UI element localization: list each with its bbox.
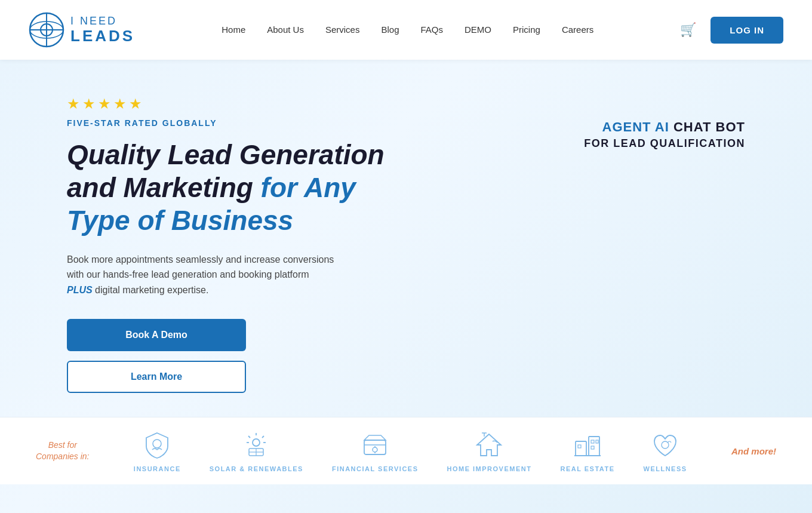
star-1: ★ [67,96,80,112]
nav-item-careers[interactable]: Careers [562,24,593,35]
hero-title: Quality Lead Generationand Marketing for… [67,139,385,238]
solar-label: SOLAR & RENEWABLES [210,465,303,472]
hero-description: Book more appointments seamlessly and in… [67,252,385,298]
best-for-line1: Best for [48,440,77,450]
svg-rect-21 [576,441,586,456]
industry-home: HOME IMPROVEMENT [447,429,532,472]
nav-item-services[interactable]: Services [325,24,360,35]
nav-item-pricing[interactable]: Pricing [513,24,540,35]
nav-links: Home About Us Services Blog FAQs DEMO Pr… [222,24,593,35]
realestate-label: REAL ESTATE [560,465,614,472]
insurance-label: INSURANCE [134,465,181,472]
industry-financial: FINANCIAL SERVICES [332,429,419,472]
svg-line-10 [248,436,250,438]
hero-left: ★ ★ ★ ★ ★ FIVE-STAR RATED GLOBALLY Quali… [67,96,385,393]
financial-label: FINANCIAL SERVICES [332,465,419,472]
agent-ai-label: AGENT AI [602,119,669,134]
svg-point-5 [153,440,161,448]
lead-qualification-label: FOR LEAD QUALIFICATION [584,137,745,150]
learn-more-button[interactable]: Learn More [67,361,246,393]
hero-section: ★ ★ ★ ★ ★ FIVE-STAR RATED GLOBALLY Quali… [0,60,812,417]
best-for-line2: Companies in: [36,451,90,461]
home-icon [473,429,505,460]
financial-icon [359,429,390,460]
svg-point-16 [373,447,377,452]
svg-rect-27 [596,440,598,443]
navbar: I NEED LEADS Home About Us Services Blog… [0,0,812,60]
industry-items: INSURANCE SOLAR & RENEWABLES [134,429,687,472]
nav-item-home[interactable]: Home [222,24,245,35]
star-4: ★ [113,96,127,112]
nav-right: 🛒 LOG IN [680,17,783,44]
hero-desc-2: digital marketing expertise. [93,285,209,295]
best-for-label: Best for Companies in: [36,440,90,463]
bottom-strip: Best for Companies in: INSURANCE [0,417,812,484]
industry-realestate: REAL ESTATE [560,429,614,472]
svg-point-6 [253,439,260,446]
book-demo-button[interactable]: Book A Demo [67,319,246,351]
star-3: ★ [98,96,111,112]
agent-ai-title: AGENT AI CHAT BOT [584,119,745,135]
hero-right: AGENT AI CHAT BOT FOR LEAD QUALIFICATION [584,96,745,150]
svg-rect-25 [591,440,594,443]
insurance-icon [142,429,173,460]
hero-buttons: Book A Demo Learn More [67,319,246,393]
svg-rect-26 [591,446,594,449]
logo[interactable]: I NEED LEADS [29,12,135,48]
star-5: ★ [129,96,142,112]
industry-solar: SOLAR & RENEWABLES [210,429,303,472]
nav-item-blog[interactable]: Blog [381,24,399,35]
nav-item-demo[interactable]: DEMO [465,24,491,35]
wellness-label: WELLNESS [644,465,687,472]
nav-item-faqs[interactable]: FAQs [421,24,444,35]
svg-line-8 [262,436,264,438]
realestate-icon [572,429,603,460]
and-more-label: And more! [731,446,776,456]
industry-wellness: WELLNESS [644,429,687,472]
industry-insurance: INSURANCE [134,429,181,472]
login-button[interactable]: LOG IN [710,17,783,44]
cart-icon[interactable]: 🛒 [680,22,696,38]
svg-rect-24 [578,445,581,448]
chat-bot-label: CHAT BOT [673,119,745,134]
plus-label: PLUS [67,285,93,295]
nav-item-about[interactable]: About Us [267,24,304,35]
logo-text: I NEED LEADS [70,16,135,44]
agent-ai-box: AGENT AI CHAT BOT FOR LEAD QUALIFICATION [584,119,745,150]
star-rating: ★ ★ ★ ★ ★ [67,96,385,112]
solar-icon [241,429,272,460]
five-star-label: FIVE-STAR RATED GLOBALLY [67,118,385,128]
home-label: HOME IMPROVEMENT [447,465,532,472]
wellness-icon [650,429,681,460]
logo-icon [29,12,64,48]
star-2: ★ [82,96,96,112]
